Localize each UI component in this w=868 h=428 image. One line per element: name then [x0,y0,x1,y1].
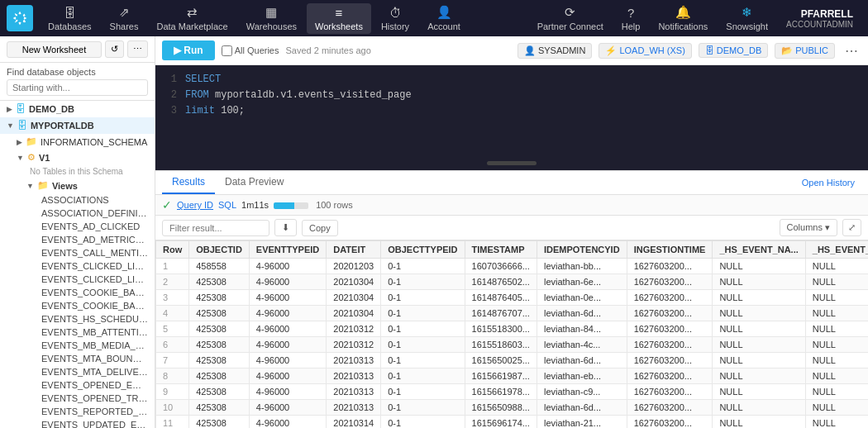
nav-item-worksheets[interactable]: ≡ Worksheets [307,3,371,34]
filter-input[interactable] [162,220,269,236]
list-item[interactable]: ASSOCIATIONS [0,193,155,207]
columns-button[interactable]: Columns ▾ [780,219,837,236]
table-cell: NULL [713,274,805,290]
list-item[interactable]: ASSOCIATION_DEFINITIONS [0,207,155,220]
table-cell: 20210314 [327,416,381,429]
table-cell: 0-1 [381,337,465,353]
refresh-button[interactable]: ↺ [105,40,124,58]
list-item[interactable]: EVENTS_AD_CLICKED [0,220,155,233]
nav-item-databases[interactable]: 🗄 Databases [40,3,100,34]
table-cell: 425308 [189,369,250,384]
expand-button[interactable]: ⤢ [842,219,861,236]
table-cell: 1615650988... [465,400,537,416]
all-queries-checkbox[interactable] [222,45,232,56]
table-column-header[interactable]: OBJECTID [189,241,250,259]
nav-item-account[interactable]: 👤 Account [419,2,469,34]
sql-label[interactable]: SQL [218,200,236,210]
list-item[interactable]: EVENTS_CALL_MENTIONED_KEYW... [0,246,155,259]
search-input[interactable] [7,79,148,96]
tree-item-myportaldb[interactable]: ▼ 🗄 MYPORTALDB [0,117,155,134]
table-container: RowOBJECTIDEVENTTYPEIDDATEITOBJECTTYPEID… [155,240,868,428]
all-queries-checkbox-label[interactable]: All Queries [222,45,279,56]
context-warehouse-badge[interactable]: ⚡ LOAD_WH (XS) [599,43,691,59]
editor-scrollbar[interactable] [487,161,537,165]
download-button[interactable]: ⬇ [274,219,297,236]
list-item[interactable]: EVENTS_CLICKED_LINK_IN_TRAC... [0,273,155,286]
table-cell: 458558 [189,259,250,274]
query-id-label[interactable]: Query ID [177,200,213,210]
tree-item-label: MYPORTALDB [31,121,94,131]
table-row: 54253084-96000202103120-11615518300...le… [156,321,869,337]
run-button[interactable]: ▶ Run [162,40,215,60]
nav-item-shares[interactable]: ⇗ Shares [102,2,147,34]
list-item[interactable]: EVENTS_UPDATED_EMAIL_SUBSCR... [0,418,155,428]
username: PFARRELL [801,8,853,20]
list-item[interactable]: EVENTS_MB_MEDIA_PLAYED [0,339,155,352]
table-cell: 1615650025... [465,353,537,369]
table-cell: NULL [713,290,805,306]
tree-item-info-schema[interactable]: ▶ 📁 INFORMATION_SCHEMA [0,134,155,150]
list-item[interactable]: EVENTS_HS_SCHEDULED_EMAIL_V2 [0,312,155,326]
nav-item-partner-connect[interactable]: ⟳ Partner Connect [529,2,612,34]
table-cell: 4-96000 [249,337,326,353]
sidebar-more-button[interactable]: ⋯ [127,40,148,58]
list-item[interactable]: EVENTS_CLICKED_LINK_IN_EMAI... [0,259,155,273]
open-history-button[interactable]: Open History [795,174,861,191]
table-cell: 20210313 [327,400,381,416]
table-row: 114253084-96000202103140-11615696174...l… [156,416,869,429]
table-cell: 1607036666... [465,259,537,274]
results-area: Results Data Preview Open History ✓ Quer… [155,171,868,428]
snowflake-logo[interactable] [7,5,33,31]
table-column-header[interactable]: _HS_EVENT_NA... [713,241,805,259]
table-cell: 4-96000 [249,290,326,306]
table-column-header[interactable]: _HS_EVENT_NA... [805,241,868,259]
list-item[interactable]: EVENTS_COOKIE_BANNER_CLICKED [0,286,155,299]
table-column-header[interactable]: INGESTIONTIME [627,241,713,259]
nav-item-help[interactable]: ? Help [613,3,649,34]
row-number: 10 [156,400,189,416]
table-column-header[interactable]: OBJECTTYPEID [381,241,465,259]
table-cell: NULL [805,274,868,290]
table-cell: 20210313 [327,384,381,400]
nav-item-warehouses[interactable]: ▦ Warehouses [238,2,305,34]
tree-item-views[interactable]: ▼ 📁 Views [0,178,155,193]
list-item[interactable]: EVENTS_MB_ATTENTION_SPAN [0,326,155,339]
nav-item-marketplace[interactable]: ⇄ Data Marketplace [148,2,236,34]
list-item[interactable]: EVENTS_MTA_BOUNCED_EMAIL_V2 [0,352,155,365]
no-tables-note: No Tables in this Schema [0,165,155,178]
nav-item-history[interactable]: ⏱ History [373,3,417,34]
tree-item-label: DEMO_DB [29,104,74,114]
new-worksheet-button[interactable]: New Worksheet [7,41,102,58]
table-column-header[interactable]: IDEMPOTENCYID [537,241,627,259]
table-cell: 1614876405... [465,290,537,306]
list-item[interactable]: EVENTS_MTA_DELIVERED_EMAIL_V2 [0,365,155,378]
context-schema-badge[interactable]: 📂 PUBLIC [775,43,835,59]
context-database-badge[interactable]: 🗄 DEMO_DB [699,43,768,58]
table-column-header[interactable]: DATEIT [327,241,381,259]
list-item[interactable]: EVENTS_AD_METRICS_IMPORTED_... [0,233,155,246]
context-role-badge[interactable]: 👤 SYSADMIN [517,43,592,59]
copy-button[interactable]: Copy [302,220,338,236]
user-role: ACCOUNTADMIN [786,20,853,29]
list-item[interactable]: EVENTS_OPENED_EMAIL_V2 [0,378,155,392]
table-column-header[interactable]: EVENTTYPEID [249,241,326,259]
list-item[interactable]: EVENTS_REPORTED_SPAM_EMAIL... [0,405,155,418]
nav-item-snowsight[interactable]: ❄ Snowsight [718,2,776,34]
table-row: 34253084-96000202103040-11614876405...le… [156,290,869,306]
tree-item-v1[interactable]: ▼ ⚙ V1 [0,150,155,165]
table-cell: leviathan-4c... [537,337,627,353]
table-cell: 4-96000 [249,321,326,337]
tab-data-preview[interactable]: Data Preview [215,171,293,194]
tab-results[interactable]: Results [162,171,215,194]
list-item[interactable]: EVENTS_OPENED_TRACKED_INBOX... [0,392,155,405]
nav-item-notifications[interactable]: 🔔 Notifications [650,2,716,34]
table-cell: 425308 [189,384,250,400]
table-cell: 20210304 [327,290,381,306]
table-cell: 1627603200... [627,384,713,400]
tree-item-demo-db[interactable]: ▶ 🗄 DEMO_DB [0,101,155,117]
list-item[interactable]: EVENTS_COOKIE_BANNER_VIEWED [0,299,155,312]
table-column-header[interactable]: TIMESTAMP [465,241,537,259]
table-column-header[interactable]: Row [156,241,189,259]
worksheet-more-button[interactable]: ⋯ [842,43,861,59]
table-cell: 425308 [189,306,250,321]
